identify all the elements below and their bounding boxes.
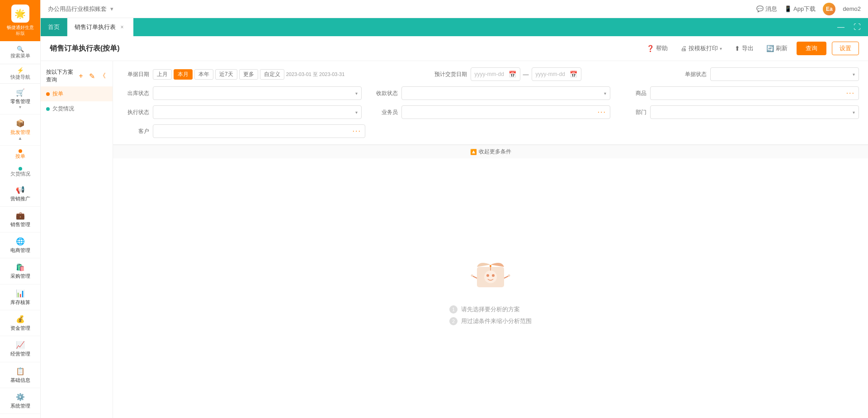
- out-status-select[interactable]: ▾: [153, 86, 362, 100]
- system-label: 系统管理: [10, 403, 30, 409]
- expected-date-end-text: yyyy-mm-dd: [536, 71, 565, 77]
- sidebar-item-purchase[interactable]: 🛍️ 采购管理: [0, 258, 40, 284]
- template-print-button[interactable]: 🖨 按模板打印 ▾: [677, 43, 726, 54]
- app-download-button[interactable]: 📱 App下载: [784, 5, 816, 13]
- more-btn[interactable]: 更多: [239, 69, 258, 80]
- expected-date-end[interactable]: yyyy-mm-dd 📅: [532, 67, 581, 81]
- refresh-label: 刷新: [776, 44, 788, 52]
- filter-item-owed[interactable]: 欠货情况: [41, 101, 113, 116]
- sidebar-search[interactable]: 🔍 搜索菜单: [0, 41, 40, 64]
- this-month-btn[interactable]: 本月: [174, 69, 193, 80]
- sidebar-item-basic[interactable]: 📋 基础信息: [0, 362, 40, 388]
- goods-select[interactable]: ···: [650, 86, 859, 100]
- filter-collapse-button[interactable]: 《: [98, 71, 107, 81]
- salesman-label: 业务员: [371, 109, 398, 116]
- condition-collect-status: 收款状态 ▾: [371, 86, 610, 100]
- sidebar-item-enterprise[interactable]: 🤝 企业协同: [0, 414, 40, 418]
- header-right: 💬 消息 📱 App下载 Ea demo2: [756, 3, 861, 15]
- breadcrumb-text: 办公用品行业模拟账套: [48, 5, 107, 13]
- export-button[interactable]: ⬆ 导出: [731, 43, 757, 54]
- this-year-btn[interactable]: 本年: [194, 69, 213, 80]
- goods-dots-icon: ···: [846, 89, 855, 97]
- sidebar-item-finance[interactable]: 💰 资金管理: [0, 310, 40, 336]
- sidebar-menu: 🛒 零售管理 ▾ 📦 批发管理 ▲ 按单 欠货情况 📢 营销推广 💼: [0, 84, 40, 418]
- sidebar: 🌟 畅捷通好生意 标版 🔍 搜索菜单 ⚡ 快捷导航 🛒 零售管理 ▾ 📦 批发管…: [0, 0, 41, 418]
- retail-icon: 🛒: [16, 88, 25, 97]
- sidebar-item-ecommerce[interactable]: 🌐 电商管理: [0, 233, 40, 258]
- custom-btn[interactable]: 自定义: [260, 69, 284, 80]
- logo-icon: 🌟: [11, 5, 29, 23]
- filter-edit-button[interactable]: ✎: [87, 71, 96, 81]
- user-avatar[interactable]: Ea: [823, 3, 835, 15]
- expected-date-label: 预计交货日期: [431, 71, 467, 78]
- app-name: 畅捷通好生意: [7, 24, 34, 30]
- date-quick-select: 上月 本月 本年 近7天 更多 自定义 2023-03-01 至 2023-03…: [153, 69, 344, 80]
- tip-item-2: 2 用过滤条件来缩小分析范围: [449, 317, 532, 325]
- settings-button[interactable]: 设置: [832, 42, 859, 55]
- breadcrumb-arrow[interactable]: ▾: [110, 5, 113, 12]
- owed-filter-dot: [46, 107, 50, 111]
- tab-sales-execution[interactable]: 销售订单执行表 ×: [67, 18, 133, 36]
- sidebar-item-system[interactable]: ⚙️ 系统管理: [0, 388, 40, 414]
- department-select[interactable]: ▾: [650, 105, 859, 119]
- expected-date-start-text: yyyy-mm-dd: [475, 71, 504, 77]
- tip-text-2: 用过滤条件来缩小分析范围: [461, 317, 532, 325]
- calendar-start-icon: 📅: [509, 71, 516, 78]
- wholesale-icon: 📦: [16, 119, 25, 128]
- marketing-icon: 📢: [16, 185, 25, 194]
- marketing-label: 营销推广: [10, 195, 30, 202]
- empty-tips: 1 请先选择要分析的方案 2 用过滤条件来缩小分析范围: [449, 305, 532, 325]
- query-button[interactable]: 查询: [797, 42, 826, 55]
- execute-status-select[interactable]: ▾: [153, 105, 362, 119]
- sidebar-item-inventory[interactable]: 📊 库存核算: [0, 285, 40, 310]
- condition-row-4: 客户 ···: [122, 124, 859, 138]
- last-month-btn[interactable]: 上月: [153, 69, 172, 80]
- filter-add-button[interactable]: +: [76, 71, 85, 81]
- collect-status-select[interactable]: ▾: [401, 86, 610, 100]
- tab-minimize-button[interactable]: —: [835, 21, 847, 33]
- execute-status-label: 执行状态: [122, 109, 149, 116]
- filter-panel-label: 按以下方案查询: [46, 68, 76, 84]
- salesman-select[interactable]: ···: [401, 105, 610, 119]
- page-title: 销售订单执行表(按单): [50, 44, 120, 53]
- expected-date-start[interactable]: yyyy-mm-dd 📅: [471, 67, 520, 81]
- help-button[interactable]: ❓ 帮助: [643, 43, 671, 54]
- doc-status-select[interactable]: ▾: [710, 67, 859, 81]
- date-separator: —: [522, 71, 530, 78]
- message-button[interactable]: 💬 消息: [756, 5, 777, 13]
- sidebar-item-marketing[interactable]: 📢 营销推广: [0, 181, 40, 207]
- tab-home[interactable]: 首页: [41, 18, 67, 36]
- out-status-label: 出库状态: [122, 90, 149, 97]
- sub-item-owed[interactable]: 欠货情况: [0, 163, 40, 181]
- basic-icon: 📋: [16, 367, 25, 375]
- export-icon: ⬆: [735, 45, 740, 52]
- tip-num-1: 1: [449, 305, 458, 314]
- sidebar-quick-nav[interactable]: ⚡ 快捷导航: [0, 64, 40, 84]
- svg-point-3: [492, 274, 495, 277]
- template-print-label: 按模板打印: [689, 44, 718, 52]
- condition-doc-status: 单据状态 ▾: [679, 67, 859, 81]
- by-order-filter-label: 按单: [52, 90, 63, 98]
- collapse-bar[interactable]: 🔼 收起更多条件: [113, 145, 868, 158]
- tip-item-1: 1 请先选择要分析的方案: [449, 305, 532, 314]
- svg-point-1: [484, 271, 497, 283]
- logo-emoji: 🌟: [14, 8, 26, 19]
- sub-item-by-order[interactable]: 按单: [0, 146, 40, 163]
- sidebar-item-sales[interactable]: 💼 销售管理: [0, 207, 40, 233]
- filter-item-by-order[interactable]: 按单: [41, 86, 113, 101]
- condition-department: 部门 ▾: [619, 105, 859, 119]
- sidebar-item-wholesale[interactable]: 📦 批发管理 ▲: [0, 114, 40, 145]
- owed-label: 欠货情况: [10, 171, 30, 177]
- tab-maximize-button[interactable]: ⛶: [851, 21, 863, 33]
- refresh-button[interactable]: 🔄 刷新: [763, 43, 791, 54]
- expected-date-group: yyyy-mm-dd 📅 — yyyy-mm-dd 📅: [471, 67, 581, 81]
- customer-select[interactable]: ···: [153, 124, 365, 138]
- tab-close-icon[interactable]: ×: [118, 24, 126, 31]
- sidebar-item-operation[interactable]: 📈 经营管理: [0, 336, 40, 362]
- condition-row-2: 出库状态 ▾ 收款状态 ▾: [122, 86, 859, 100]
- sidebar-item-retail[interactable]: 🛒 零售管理 ▾: [0, 84, 40, 114]
- customer-label: 客户: [122, 128, 149, 135]
- last7-btn[interactable]: 近7天: [215, 69, 237, 80]
- download-label: App下载: [793, 5, 816, 13]
- by-order-filter-dot: [46, 92, 50, 96]
